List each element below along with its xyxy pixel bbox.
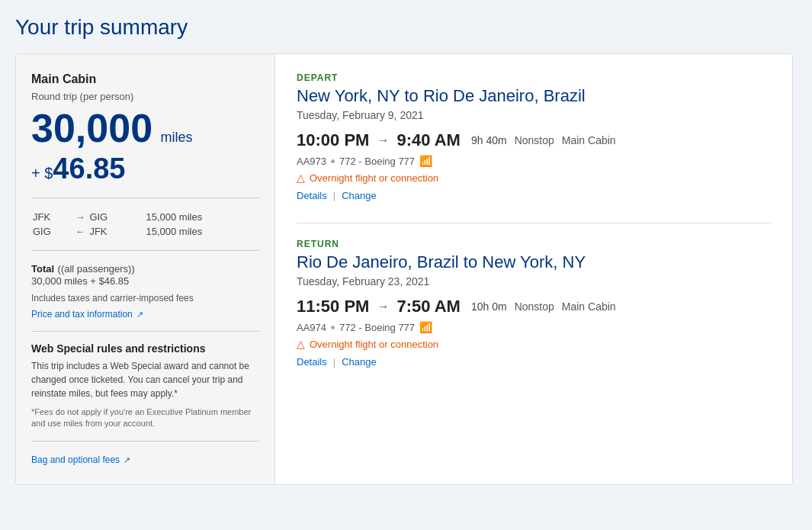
miles-label: miles bbox=[161, 130, 193, 145]
route-from-1: JFK bbox=[33, 210, 69, 223]
miles-amount: 30,000 bbox=[31, 106, 152, 150]
return-flight-number: AA974 bbox=[297, 322, 326, 333]
wifi-icon: 📶 bbox=[419, 155, 432, 167]
route-row-1: JFK →GIG 15,000 miles bbox=[33, 210, 258, 223]
return-overnight-text: Overnight flight or connection bbox=[310, 339, 438, 350]
pipe-separator-2: | bbox=[333, 356, 335, 368]
trip-type-label: Round trip (per person) bbox=[31, 91, 259, 102]
return-arrive-time: 7:50 AM bbox=[396, 297, 461, 316]
left-panel: Main Cabin Round trip (per person) 30,00… bbox=[16, 54, 275, 484]
return-times-row: 11:50 PM → 7:50 AM 10h 0m Nonstop Main C… bbox=[297, 297, 771, 316]
flight-section-divider bbox=[297, 223, 771, 223]
route-to-1: →GIG bbox=[70, 210, 144, 223]
fee-prefix: + $ bbox=[31, 165, 53, 181]
external-link-icon: ↗ bbox=[136, 310, 143, 319]
return-overnight-row: △ Overnight flight or connection bbox=[297, 338, 771, 350]
route-to-2: ←JFK bbox=[70, 225, 144, 238]
depart-date: Tuesday, February 9, 2021 bbox=[297, 109, 771, 121]
fee-amount: 46.85 bbox=[53, 153, 125, 185]
route-miles-2: 15,000 miles bbox=[146, 225, 258, 238]
return-section: RETURN Rio De Janeiro, Brazil to New Yor… bbox=[297, 239, 771, 368]
return-details-link[interactable]: Details bbox=[297, 356, 327, 368]
right-panel: DEPART New York, NY to Rio De Janeiro, B… bbox=[275, 54, 792, 484]
dot-separator bbox=[331, 159, 335, 163]
return-equipment: 772 - Boeing 777 bbox=[339, 322, 415, 333]
pipe-separator: | bbox=[333, 190, 335, 201]
miles-row: 30,000 miles bbox=[31, 108, 259, 148]
return-route-title: Rio De Janeiro, Brazil to New York, NY bbox=[297, 252, 771, 272]
total-qualifier: ((all passengers)) bbox=[58, 263, 135, 275]
web-special-text: This trip includes a Web Special award a… bbox=[31, 359, 259, 400]
depart-times-row: 10:00 PM → 9:40 AM 9h 40m Nonstop Main C… bbox=[297, 130, 771, 150]
depart-duration: 9h 40m bbox=[471, 134, 507, 146]
depart-flight-number: AA973 bbox=[297, 156, 326, 167]
arrow-right-icon-2: → bbox=[377, 300, 389, 313]
return-tag: RETURN bbox=[297, 239, 771, 249]
depart-tag: DEPART bbox=[297, 72, 771, 83]
wifi-icon-2: 📶 bbox=[419, 321, 432, 333]
total-section: Total ((all passengers)) 30,000 miles + … bbox=[31, 262, 259, 287]
return-duration: 10h 0m bbox=[471, 300, 507, 313]
depart-route-title: New York, NY to Rio De Janeiro, Brazil bbox=[297, 86, 771, 106]
depart-overnight-row: △ Overnight flight or connection bbox=[297, 172, 771, 184]
depart-change-link[interactable]: Change bbox=[342, 190, 377, 201]
total-value: 30,000 miles + $46.85 bbox=[31, 275, 259, 287]
web-special-footnote: *Fees do not apply if you're an Executiv… bbox=[31, 406, 259, 430]
depart-equipment: 772 - Boeing 777 bbox=[339, 156, 415, 167]
depart-stops: Nonstop bbox=[515, 134, 554, 146]
taxes-note: Includes taxes and carrier-imposed fees bbox=[31, 293, 259, 304]
page-title: Your trip summary bbox=[15, 15, 797, 40]
return-info-row: AA974 772 - Boeing 777 📶 bbox=[297, 321, 771, 333]
dot-separator-2 bbox=[331, 326, 335, 329]
return-date: Tuesday, February 23, 2021 bbox=[297, 275, 771, 287]
depart-cabin: Main Cabin bbox=[562, 134, 616, 146]
depart-arrive-time: 9:40 AM bbox=[396, 130, 461, 150]
depart-overnight-text: Overnight flight or connection bbox=[310, 172, 438, 184]
return-actions-row: Details | Change bbox=[297, 356, 771, 368]
divider-3 bbox=[31, 331, 259, 332]
depart-info-row: AA973 772 - Boeing 777 📶 bbox=[297, 155, 771, 167]
arrow-right-icon: → bbox=[377, 133, 389, 147]
warning-icon-2: △ bbox=[297, 338, 305, 350]
return-stops: Nonstop bbox=[515, 300, 554, 313]
return-change-link[interactable]: Change bbox=[342, 356, 377, 368]
bag-fees-link[interactable]: Bag and optional fees ↗ bbox=[31, 455, 130, 465]
total-label: Total bbox=[31, 263, 54, 275]
divider-4 bbox=[31, 441, 259, 442]
depart-actions-row: Details | Change bbox=[297, 190, 771, 201]
depart-section: DEPART New York, NY to Rio De Janeiro, B… bbox=[297, 72, 771, 201]
return-cabin: Main Cabin bbox=[562, 300, 616, 313]
cabin-label: Main Cabin bbox=[31, 72, 259, 86]
warning-icon: △ bbox=[297, 172, 305, 184]
price-tax-link[interactable]: Price and tax information ↗ bbox=[31, 309, 143, 320]
return-depart-time: 11:50 PM bbox=[297, 297, 369, 316]
route-from-2: GIG bbox=[33, 225, 69, 238]
route-row-2: GIG ←JFK 15,000 miles bbox=[33, 225, 258, 238]
depart-depart-time: 10:00 PM bbox=[297, 130, 369, 150]
web-special-title: Web Special rules and restrictions bbox=[31, 342, 259, 355]
fee-row: + $46.85 bbox=[31, 153, 259, 185]
route-table: JFK →GIG 15,000 miles GIG ←JFK 15,000 mi… bbox=[31, 209, 259, 239]
divider-2 bbox=[31, 250, 259, 251]
depart-details-link[interactable]: Details bbox=[297, 190, 327, 201]
route-miles-1: 15,000 miles bbox=[146, 210, 258, 223]
external-link-icon-2: ↗ bbox=[124, 455, 130, 464]
divider-1 bbox=[31, 198, 259, 198]
trip-summary-container: Main Cabin Round trip (per person) 30,00… bbox=[15, 53, 793, 485]
